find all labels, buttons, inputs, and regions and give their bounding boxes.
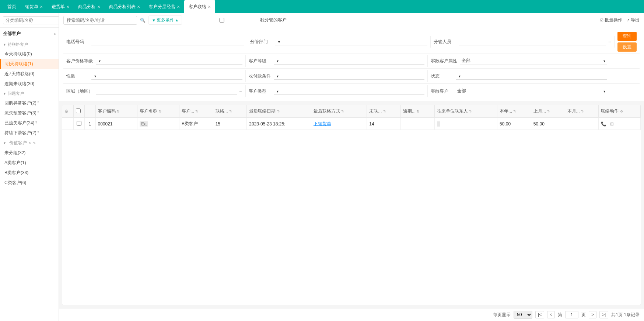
help-icon: ? <box>37 131 39 135</box>
help-icon: ? <box>35 121 37 125</box>
row-last-date-cell: 2023-05-23 18:25: <box>247 118 311 130</box>
my-customers-check[interactable] <box>185 18 259 23</box>
sidebar-all-customers[interactable]: 全部客户 « <box>0 28 59 40</box>
sort-icon[interactable]: ⇅ <box>159 110 162 113</box>
customer-level-select[interactable] <box>274 58 425 65</box>
nature-select[interactable] <box>91 73 242 80</box>
status-select[interactable] <box>456 73 607 80</box>
sort-icon[interactable]: ⇅ <box>581 110 584 113</box>
settings-gear-icon[interactable]: ⚙ <box>64 109 69 114</box>
col-contact-person-header: 往来单位联系人 ⇅ <box>434 105 497 118</box>
row-action-cell: 📞 ⊞ <box>599 118 641 130</box>
nav-sales-order[interactable]: 销货单 ✕ <box>21 0 47 13</box>
query-button[interactable]: 查询 <box>617 32 637 41</box>
sidebar-item-declining[interactable]: 持续下滑客户(2) ? <box>0 128 59 138</box>
col-action-header: 联络动作 ⚙ <box>599 105 641 118</box>
retail-attr-select[interactable]: 全部 <box>460 57 607 65</box>
row-overdue-cell <box>401 118 435 130</box>
next-page-button[interactable]: > <box>589 311 596 318</box>
select-all-checkbox[interactable] <box>76 108 81 113</box>
dept-select[interactable] <box>275 38 428 45</box>
sort-icon[interactable]: ⇅ <box>513 110 516 113</box>
filter-phone: 电话号码 <box>63 36 247 48</box>
col-this-year-header: 本年... ⇅ <box>497 105 531 118</box>
batch-ops-button[interactable]: ☑ 批量操作 <box>600 17 622 23</box>
nav-close-icon[interactable]: ✕ <box>66 5 69 9</box>
row-select-checkbox[interactable] <box>77 121 81 126</box>
settings-button[interactable]: 设置 <box>617 42 637 52</box>
customer-type-select[interactable] <box>274 88 425 95</box>
sort-icon[interactable]: ⇅ <box>547 110 550 113</box>
last-page-button[interactable]: >| <box>599 311 608 318</box>
total-records-label: 共1页 1条记录 <box>611 312 640 318</box>
row-settings-cell <box>62 118 73 130</box>
sidebar-item-ungrouped[interactable]: 未分组(32) <box>0 148 59 158</box>
sidebar-item-churned[interactable]: 已流失客户(24) ? <box>0 118 59 128</box>
content-area: 🔍 ▼ 更多条件 ▲ 我分管的客户 ☑ 批量操作 ↗ 导出 <box>59 13 644 321</box>
sort-icon[interactable]: ⇅ <box>383 110 386 113</box>
first-page-button[interactable]: |< <box>535 311 544 318</box>
search-input[interactable] <box>63 16 137 25</box>
region-dots-icon[interactable]: ··· <box>239 89 242 94</box>
payment-select[interactable] <box>274 73 425 80</box>
sidebar-item-tomorrow-contact[interactable]: 明天待联络(1) <box>0 59 59 69</box>
sort-icon[interactable]: ⇅ <box>341 110 344 113</box>
col-last-date-header: 最后联络日期 ⇅ <box>247 105 311 118</box>
refresh-icon[interactable]: ↻ <box>28 141 31 145</box>
table-header-row: ⚙ 客户编码 ⇅ 客户名称 ⇅ <box>62 105 641 118</box>
help-icon: ? <box>37 101 39 105</box>
filter-price-level: 客户价格等级 <box>63 55 246 67</box>
sort-icon[interactable]: ⇅ <box>277 110 280 113</box>
nav-close-icon[interactable]: ✕ <box>40 5 43 9</box>
sidebar-item-churn-warning[interactable]: 流失预警客户(3) ? <box>0 108 59 118</box>
sidebar-item-today-contact[interactable]: 今天待联络(0) <box>0 49 59 59</box>
sort-icon[interactable]: ⇅ <box>469 110 472 113</box>
page-input[interactable] <box>565 311 578 318</box>
region-input[interactable] <box>96 88 237 95</box>
nav-customer-contact[interactable]: 客户联络 ✕ <box>184 0 215 13</box>
last-method-link[interactable]: 下销货单 <box>314 121 331 126</box>
sidebar-item-abnormal[interactable]: 回购异常客户(2) ? <box>0 98 59 108</box>
nav-product-analysis[interactable]: 商品分析 ✕ <box>74 0 105 13</box>
nav-close-icon[interactable]: ✕ <box>177 5 180 9</box>
filter-action-btns: 查询 设置 <box>615 32 640 52</box>
sort-icon[interactable]: ⇅ <box>117 110 120 113</box>
phone-input[interactable] <box>91 38 244 45</box>
filter-manager: 分管人员 ··· <box>431 36 615 48</box>
nav-product-analysis-list[interactable]: 商品分析列表 ✕ <box>105 0 144 13</box>
sort-icon[interactable]: ⇅ <box>417 110 420 113</box>
edit-icon[interactable]: ✎ <box>33 141 36 145</box>
nav-close-icon[interactable]: ✕ <box>137 5 140 9</box>
sidebar-search-input[interactable] <box>3 16 59 24</box>
checkbox-icon: ☑ <box>600 18 603 22</box>
nav-close-icon[interactable]: ✕ <box>97 5 100 9</box>
sidebar-item-7days-contact[interactable]: 近7天待联络(0) <box>0 69 59 79</box>
page-size-select[interactable]: 50 100 200 <box>514 311 532 319</box>
action-icon[interactable]: ⚙ <box>620 110 623 113</box>
filter-payment: 收付款条件 <box>246 70 428 82</box>
sidebar-item-c-class[interactable]: C类客户(6) <box>0 178 59 188</box>
nav-purchase-order[interactable]: 进货单 ✕ <box>47 0 74 13</box>
row-grid-action-icon[interactable]: ⊞ <box>610 121 614 127</box>
export-button[interactable]: ↗ 导出 <box>627 17 640 23</box>
sidebar-item-overdue-contact[interactable]: 逾期未联络(30) <box>0 79 59 89</box>
sidebar-item-b-class[interactable]: B类客户(33) <box>0 168 59 178</box>
sort-icon[interactable]: ⇅ <box>195 110 198 113</box>
nav-customer-tier[interactable]: 客户分层经营 ✕ <box>144 0 184 13</box>
sort-icon[interactable]: ⇅ <box>229 110 232 113</box>
row-last-method-cell: 下销货单 <box>311 118 367 130</box>
row-phone-action-icon[interactable]: 📞 <box>601 121 606 127</box>
more-conditions-button[interactable]: ▼ 更多条件 ▲ <box>148 15 182 25</box>
my-customers-checkbox[interactable]: 我分管的客户 <box>185 17 287 23</box>
manager-dots-icon[interactable]: ··· <box>608 39 611 44</box>
prev-page-button[interactable]: < <box>547 311 555 318</box>
sidebar-item-a-class[interactable]: A类客户(1) <box>0 158 59 168</box>
manager-input[interactable] <box>459 38 606 45</box>
nav-close-icon[interactable]: ✕ <box>208 5 211 9</box>
filter-nature: 性质 <box>63 70 246 82</box>
filter-search-icon[interactable]: 🔍 <box>140 18 146 23</box>
advanced-filter: 电话号码 分管部门 分管人员 ··· 查询 设置 <box>59 27 644 102</box>
retail-customer-select[interactable]: 全部 <box>456 87 607 95</box>
nav-home[interactable]: 首页 <box>3 0 21 13</box>
price-level-select[interactable] <box>96 58 242 65</box>
